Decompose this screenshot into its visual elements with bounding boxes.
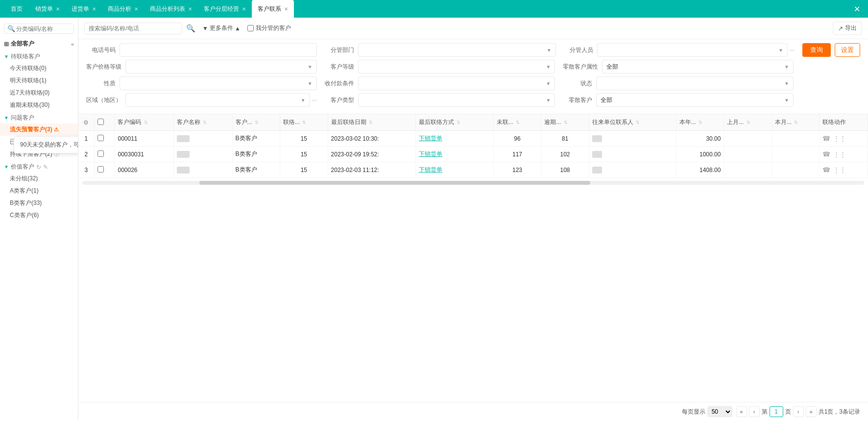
sort-icon[interactable]: ⇅: [794, 120, 798, 125]
sidebar-item-today-contact[interactable]: 今天待联络(0): [0, 62, 78, 74]
contact-action-icon[interactable]: ☎: [822, 135, 830, 142]
tab-product-analysis-list[interactable]: 商品分析列表 ✕: [144, 0, 198, 18]
row-checkbox[interactable]: [97, 135, 104, 141]
filter-select-manager[interactable]: ▼: [597, 43, 788, 57]
close-icon[interactable]: ✕: [134, 6, 138, 12]
tab-purchase[interactable]: 进货单 ✕: [66, 0, 102, 18]
sort-icon[interactable]: ⇅: [144, 120, 148, 125]
filter-input-phone[interactable]: [120, 43, 317, 57]
refresh-icon[interactable]: ↻: [36, 164, 41, 171]
next-page-button[interactable]: ›: [793, 406, 804, 417]
prev-page-button[interactable]: ‹: [749, 406, 760, 417]
row-checkbox[interactable]: [97, 166, 104, 173]
scrollbar-thumb[interactable]: [199, 181, 590, 185]
sidebar-group-problem-customers[interactable]: ▼ 问题客户: [0, 111, 78, 124]
per-page-select[interactable]: 50 100 200: [707, 406, 732, 417]
first-page-button[interactable]: «: [736, 406, 747, 417]
sidebar-item-overdue-contact[interactable]: 逾期未联络(30): [0, 99, 78, 111]
tab-customer-contact[interactable]: 客户联系 ✕: [252, 0, 294, 18]
sidebar-item-churn-warning[interactable]: 流失预警客户(3) ⚠: [0, 124, 78, 136]
sort-icon[interactable]: ⇅: [255, 120, 259, 125]
edit-icon[interactable]: ✎: [43, 164, 48, 171]
filter-select-price-level[interactable]: ▼: [125, 60, 317, 74]
horizontal-scrollbar[interactable]: [82, 181, 864, 185]
sort-icon[interactable]: ⇅: [516, 120, 520, 125]
close-icon[interactable]: ✕: [56, 6, 60, 12]
tab-product-analysis[interactable]: 商品分析 ✕: [102, 0, 144, 18]
sort-icon[interactable]: ⇅: [699, 120, 702, 125]
sidebar-group-value-customers[interactable]: ▼ 价值客户 ↻ ✎: [0, 160, 78, 173]
filter-search-input[interactable]: [84, 23, 182, 34]
th-this-month-label: 本月...: [775, 119, 792, 125]
my-customers-checkbox[interactable]: [247, 25, 254, 31]
sidebar-item-class-c[interactable]: C类客户(6): [0, 209, 78, 222]
td-checkbox[interactable]: [94, 147, 115, 162]
last-contact-link[interactable]: 下销货单: [419, 150, 442, 157]
row-checkbox[interactable]: [97, 150, 104, 157]
sort-icon[interactable]: ⇅: [369, 120, 373, 125]
sidebar-search[interactable]: 🔍: [4, 24, 74, 34]
window-close-button[interactable]: ✕: [850, 4, 864, 14]
filter-select-status[interactable]: ▼: [596, 76, 794, 90]
sort-icon[interactable]: ⇅: [747, 120, 750, 125]
sidebar-item-class-b[interactable]: B类客户(33): [0, 197, 78, 209]
filter-select-dept[interactable]: ▼: [358, 43, 555, 57]
filter-select-customer-type[interactable]: ▼: [358, 93, 555, 107]
filter-field-dept: 分管部门 ▼: [325, 43, 555, 57]
close-icon[interactable]: ✕: [188, 6, 192, 12]
th-not-contacted-label: 未联...: [497, 119, 513, 125]
more-action-icon[interactable]: ⋮⋮: [833, 166, 846, 173]
filter-select-nature[interactable]: ▼: [120, 76, 317, 90]
select-all-checkbox[interactable]: [97, 119, 104, 125]
td-checkbox[interactable]: [94, 162, 115, 178]
td-last-month: [724, 131, 772, 147]
dots-icon[interactable]: ···: [312, 97, 317, 103]
dots-icon[interactable]: ···: [790, 47, 795, 53]
chevron-up-icon: ▲: [235, 25, 241, 32]
sidebar-group-pending-contact[interactable]: ▼ 待联络客户: [0, 50, 78, 62]
close-icon[interactable]: ✕: [92, 6, 96, 12]
filter-row-2: 客户价格等级 ▼ 客户等级 ▼ 零散客户属性 全部: [86, 60, 860, 74]
sort-icon[interactable]: ⇅: [457, 120, 460, 125]
close-icon[interactable]: ✕: [284, 6, 288, 12]
sidebar-search-input[interactable]: [16, 25, 71, 32]
sort-icon[interactable]: ⇅: [302, 120, 306, 125]
sidebar-item-tomorrow-contact[interactable]: 明天待联络(1): [0, 74, 78, 87]
th-checkbox[interactable]: [94, 114, 115, 131]
contact-action-icon[interactable]: ☎: [822, 150, 830, 158]
last-contact-link[interactable]: 下销货单: [419, 135, 442, 142]
filter-search-button[interactable]: 🔍: [186, 24, 195, 33]
td-checkbox[interactable]: [94, 131, 115, 147]
query-button[interactable]: 查询: [802, 43, 831, 57]
tab-sales[interactable]: 销货单 ✕: [29, 0, 66, 18]
close-icon[interactable]: ✕: [242, 6, 246, 12]
td-last-contact-date: 2023-02-09 19:52:: [328, 147, 415, 162]
export-button[interactable]: ↗ 导出: [833, 22, 862, 35]
filter-select-customer-level[interactable]: ▼: [358, 60, 555, 74]
sort-icon[interactable]: ⇅: [636, 120, 640, 125]
filter-select-region[interactable]: ▼: [125, 93, 310, 107]
more-action-icon[interactable]: ⋮⋮: [833, 150, 846, 158]
settings-button[interactable]: 设置: [835, 43, 860, 57]
last-contact-link[interactable]: 下销货单: [419, 166, 442, 173]
filter-select-payment[interactable]: ▼: [358, 76, 555, 90]
filter-more-button[interactable]: ▼ 更多条件 ▲: [199, 23, 243, 34]
sort-icon[interactable]: ⇅: [564, 120, 568, 125]
sidebar-item-class-a[interactable]: A类客户(1): [0, 185, 78, 197]
collapse-icon[interactable]: «: [71, 41, 74, 47]
filter-select-retail-attr[interactable]: 全部 ▼: [602, 60, 794, 74]
sidebar-item-unclassified[interactable]: 未分组(32): [0, 173, 78, 185]
filter-select-retail-customer[interactable]: 全部 ▼: [596, 93, 794, 107]
contact-action-icon[interactable]: ☎: [822, 166, 830, 173]
sidebar-all-customers[interactable]: ⊞ 全部客户 «: [0, 38, 78, 50]
sidebar-item-7days-contact[interactable]: 近7天待联络(0): [0, 87, 78, 99]
sort-icon[interactable]: ⇅: [203, 120, 207, 125]
th-settings[interactable]: ⚙: [78, 114, 94, 131]
last-page-button[interactable]: »: [806, 406, 817, 417]
tab-home[interactable]: 首页: [4, 0, 29, 18]
tab-customer-tiering[interactable]: 客户分层经营 ✕: [198, 0, 252, 18]
td-this-month: [772, 147, 819, 162]
my-customers-checkbox-label[interactable]: 我分管的客户: [247, 24, 291, 32]
more-action-icon[interactable]: ⋮⋮: [833, 135, 846, 142]
th-last-contact-date-label: 最后联络日期: [331, 119, 366, 125]
